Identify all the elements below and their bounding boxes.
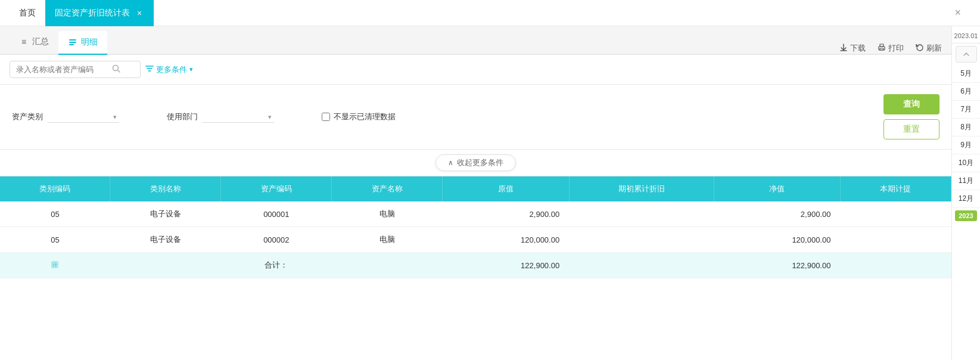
col-asset-code: 资产编码 [221, 176, 332, 201]
print-label: 打印 [888, 43, 904, 54]
action-buttons: 查询 重置 [883, 94, 939, 139]
asset-type-select[interactable] [48, 111, 119, 123]
toolbar-right: 下载 打印 刷新 [839, 43, 942, 54]
active-tab[interactable]: 固定资产折旧统计表 × [45, 0, 154, 26]
main-content: ≡ 汇总 明细 下载 [0, 26, 980, 360]
department-label: 使用部门 [167, 111, 198, 122]
svg-line-7 [118, 70, 120, 73]
summary-original-value: 122,900.00 [443, 253, 569, 278]
refresh-icon [916, 44, 924, 54]
cell-category-code: 05 [0, 201, 110, 227]
query-button[interactable]: 查询 [883, 94, 939, 114]
download-icon [839, 44, 848, 54]
cell-category-code: 05 [0, 227, 110, 253]
asset-type-label: 资产类别 [12, 111, 43, 122]
left-panel: ≡ 汇总 明细 下载 [0, 26, 951, 360]
table-header-row: 类别编码 类别名称 资产编码 资产名称 原值 期初累计折旧 净值 本期计提 [0, 176, 951, 201]
col-net-value: 净值 [714, 176, 840, 201]
month-7[interactable]: 7月 [952, 101, 980, 119]
reset-button[interactable]: 重置 [883, 119, 939, 139]
tab-detail[interactable]: 明细 [58, 31, 107, 55]
expand-panel: 资产类别 使用部门 [0, 85, 951, 150]
collapse-up-icon: ∧ [448, 159, 453, 167]
tab-detail-label: 明细 [81, 37, 98, 48]
chevron-down-icon: ▾ [189, 66, 193, 73]
cell-net-value: 2,900.00 [714, 201, 840, 227]
tab-label: 固定资产折旧统计表 [55, 8, 130, 18]
hide-cleared-checkbox[interactable] [322, 113, 330, 121]
hide-cleared-wrap: 不显示已清理数据 [322, 111, 396, 122]
col-original-value: 原值 [443, 176, 569, 201]
col-category-code: 类别编码 [0, 176, 110, 201]
summary-net-value: 122,900.00 [714, 253, 840, 278]
collapse-button[interactable]: ∧ 收起更多条件 [435, 154, 516, 171]
table-row: 05 电子设备 000002 电脑 120,000.00 120,000.00 [0, 227, 951, 253]
cell-category-name: 电子设备 [110, 201, 221, 227]
filter-icon [145, 64, 154, 75]
svg-text:计: 计 [52, 262, 57, 268]
print-icon [878, 44, 886, 54]
search-input[interactable] [16, 65, 111, 74]
cell-asset-name: 电脑 [332, 227, 443, 253]
search-icon[interactable] [111, 64, 121, 75]
collapse-label: 收起更多条件 [457, 157, 503, 168]
month-10[interactable]: 10月 [952, 154, 980, 172]
month-8[interactable]: 8月 [952, 119, 980, 136]
col-current-period: 本期计提 [840, 176, 951, 201]
cell-original-value: 2,900.00 [443, 201, 569, 227]
top-nav: 首页 固定资产折旧统计表 × × [0, 0, 980, 26]
tab-summary[interactable]: ≡ 汇总 [10, 30, 58, 54]
close-window-button[interactable]: × [954, 7, 961, 19]
cell-category-name: 电子设备 [110, 227, 221, 253]
month-5[interactable]: 5月 [952, 65, 980, 83]
summary-icon: ≡ [19, 37, 29, 46]
cell-accumulated-depreciation [569, 227, 714, 253]
month-6[interactable]: 6月 [952, 83, 980, 101]
refresh-button[interactable]: 刷新 [916, 43, 942, 54]
close-tab-button[interactable]: × [135, 8, 144, 18]
svg-rect-0 [69, 39, 76, 41]
search-input-wrap[interactable] [10, 61, 141, 78]
print-button[interactable]: 打印 [878, 43, 904, 54]
col-category-name: 类别名称 [110, 176, 221, 201]
hide-cleared-label: 不显示已清理数据 [334, 111, 396, 122]
sidebar-date: 2023.01 [952, 29, 980, 44]
svg-rect-4 [880, 44, 883, 46]
tab-summary-label: 汇总 [32, 36, 49, 47]
summary-icon: 计 [51, 262, 59, 271]
home-tab[interactable]: 首页 [10, 0, 45, 26]
cell-asset-name: 电脑 [332, 201, 443, 227]
month-12[interactable]: 12月 [952, 190, 980, 208]
col-asset-name: 资产名称 [332, 176, 443, 201]
department-select-wrap [203, 111, 274, 123]
more-conditions-label: 更多条件 [156, 64, 187, 75]
department-select[interactable] [203, 111, 274, 123]
summary-row: 计 合计： 122,900.00 122,900.00 [0, 253, 951, 278]
svg-rect-5 [880, 48, 883, 50]
download-label: 下载 [850, 43, 866, 54]
detail-icon [68, 38, 77, 47]
table-row: 05 电子设备 000001 电脑 2,900.00 2,900.00 [0, 201, 951, 227]
scroll-up-button[interactable] [956, 46, 977, 63]
data-table-wrap: 类别编码 类别名称 资产编码 资产名称 原值 期初累计折旧 净值 本期计提 05… [0, 176, 951, 360]
svg-rect-1 [69, 42, 76, 43]
filter-row: 资产类别 使用部门 [12, 94, 939, 139]
more-conditions-button[interactable]: 更多条件 ▾ [145, 64, 193, 75]
summary-accumulated-depreciation [569, 253, 714, 278]
cell-asset-code: 000002 [221, 227, 332, 253]
cell-accumulated-depreciation [569, 201, 714, 227]
svg-rect-2 [69, 44, 74, 45]
cell-original-value: 120,000.00 [443, 227, 569, 253]
sub-tabs: ≡ 汇总 明细 下载 [0, 26, 951, 55]
year-badge: 2023 [955, 210, 978, 221]
month-11[interactable]: 11月 [952, 172, 980, 190]
refresh-label: 刷新 [926, 43, 942, 54]
cell-net-value: 120,000.00 [714, 227, 840, 253]
summary-current-period [840, 253, 951, 278]
search-bar: 更多条件 ▾ [0, 55, 951, 85]
summary-icon-cell: 计 [0, 253, 110, 278]
col-accumulated-depreciation: 期初累计折旧 [569, 176, 714, 201]
cell-current-period [840, 201, 951, 227]
download-button[interactable]: 下载 [839, 43, 866, 54]
month-9[interactable]: 9月 [952, 136, 980, 154]
